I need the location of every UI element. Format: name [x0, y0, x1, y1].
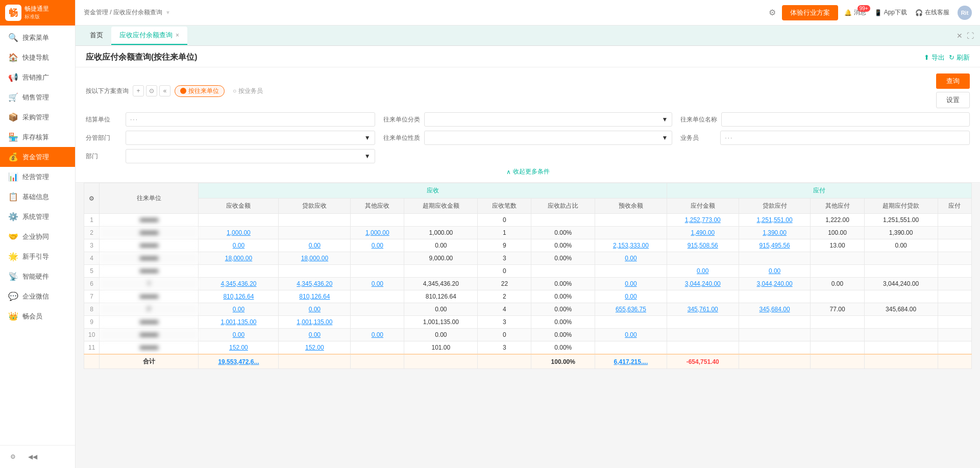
dropdown-icon: ▼ — [364, 134, 371, 141]
sidebar-item-basic-info[interactable]: 📋 基础信息 — [0, 187, 75, 207]
export-icon: ⬆ — [924, 54, 929, 61]
col-ar-other-header: 其他应收 — [351, 199, 404, 214]
search-menu-icon: 🔍 — [8, 33, 18, 42]
section-dept-input[interactable]: ▼ — [126, 149, 375, 163]
table-row: 3■■■■■0.000.000.000.0090.00%2,153,333.00… — [84, 239, 972, 252]
filter-by-customer-button[interactable]: 按往来单位 — [175, 85, 225, 97]
filter-fields: 结算单位 ··· 往来单位分类 ▼ 往来单位名称 — [86, 112, 970, 163]
col-ap-extra-header: 应付 — [938, 199, 971, 214]
solution-button[interactable]: 体验行业方案 — [782, 5, 838, 20]
sidebar-item-sales[interactable]: 🛒 销售管理 — [0, 87, 75, 107]
filter-by-employee-button[interactable]: ○ 按业务员 — [229, 86, 267, 96]
settings-button[interactable]: 设置 — [936, 92, 970, 108]
sidebar-item-search-menu[interactable]: 🔍 搜索菜单 — [0, 28, 75, 47]
sidebar-item-corp-collab[interactable]: 🤝 企业协同 — [0, 227, 75, 247]
col-ap-amount-header: 应付金额 — [667, 199, 739, 214]
refresh-button[interactable]: ↻ 刷新 — [949, 53, 970, 62]
customer-type-input[interactable]: ▼ — [424, 112, 673, 127]
newbie-icon: 🌟 — [8, 252, 18, 261]
footer-ar-prepay[interactable]: 6,417,215.... — [595, 354, 667, 369]
app-download-button[interactable]: 📱 App下载 — [874, 8, 907, 17]
sidebar-item-operations[interactable]: 📊 经营管理 — [0, 167, 75, 187]
online-service-button[interactable]: 🎧 在线客服 — [915, 8, 949, 17]
col-customer-header: 往来单位 — [100, 183, 199, 214]
filter-arrow-button[interactable]: « — [159, 85, 170, 96]
tab-close-icon[interactable]: × — [176, 32, 179, 39]
col-ar-amount-header: 应收金额 — [199, 199, 279, 214]
sidebar-item-inventory[interactable]: 🏪 库存核算 — [0, 127, 75, 147]
window-close-icon[interactable]: ✕ — [957, 32, 963, 40]
filter-area: 按以下方案查询 + ⊙ « 按往来单位 ○ 按业务员 查询 设置 — [76, 67, 980, 183]
tab-ar-query[interactable]: 应收应付余额查询 × — [111, 27, 187, 45]
sidebar-item-system[interactable]: ⚙️ 系统管理 — [0, 207, 75, 227]
table-row: 9■■■■■1,001,135.001,001,135.001,001,135.… — [84, 316, 972, 329]
sidebar-collapse-button[interactable]: ◀◀ — [24, 451, 41, 462]
col-ar-count-header: 应收笔数 — [478, 199, 531, 214]
table-settings-icon[interactable]: ⚙ — [89, 195, 94, 202]
dropdown-icon: ▼ — [662, 134, 668, 141]
sidebar-item-finance[interactable]: 💰 资金管理 — [0, 147, 75, 167]
refresh-label: 刷新 — [957, 53, 970, 62]
export-button[interactable]: ⬆ 导出 — [924, 53, 945, 62]
filter-label: 按以下方案查询 — [86, 87, 129, 95]
avatar[interactable]: Rit — [958, 6, 972, 20]
sidebar-item-label: 基础信息 — [22, 192, 49, 202]
col-settings[interactable]: ⚙ — [84, 183, 100, 214]
filter-collapse-button[interactable]: ∧ 收起更多条件 — [86, 167, 970, 176]
by-employee-label: 按业务员 — [238, 87, 263, 95]
sales-icon: 🛒 — [8, 92, 18, 102]
sidebar-item-member[interactable]: 👑 畅会员 — [0, 306, 75, 326]
logo-edition: 标准版 — [24, 13, 49, 20]
smart-hw-icon: 📡 — [8, 272, 18, 281]
footer-ap-total: -654,751.40 — [667, 354, 739, 369]
topbar: 资金管理 / 应收应付余额查询 ▼ ⚙ 体验行业方案 🔔 消息 99+ 📱 Ap… — [76, 0, 980, 26]
sidebar-item-quick-nav[interactable]: 🏠 快捷导航 — [0, 47, 75, 67]
query-button[interactable]: 查询 — [936, 73, 970, 89]
logo-name: 畅捷通里 — [24, 5, 49, 13]
filter-row1: 按以下方案查询 + ⊙ « 按往来单位 ○ 按业务员 查询 设置 — [86, 73, 970, 108]
main-area: 资金管理 / 应收应付余额查询 ▼ ⚙ 体验行业方案 🔔 消息 99+ 📱 Ap… — [76, 0, 980, 468]
footer-ar-ratio: 100.00% — [531, 354, 595, 369]
input-dots: ··· — [130, 116, 138, 123]
messages-button[interactable]: 🔔 消息 99+ — [844, 8, 866, 17]
sidebar-item-marketing[interactable]: 📢 营销推广 — [0, 67, 75, 87]
sidebar: 畅 畅捷通里 标准版 🔍 搜索菜单 🏠 快捷导航 📢 营销推广 🛒 销售管理 📦… — [0, 0, 76, 468]
sidebar-settings-button[interactable]: ⚙ — [6, 451, 20, 462]
sidebar-item-smart-hw[interactable]: 📡 智能硬件 — [0, 266, 75, 286]
filter-add-button[interactable]: + — [133, 85, 144, 96]
sidebar-item-label: 企业微信 — [22, 292, 49, 301]
online-service-label: 在线客服 — [925, 8, 949, 17]
sidebar-item-purchase[interactable]: 📦 采购管理 — [0, 107, 75, 127]
table-row: 10■■■■■0.000.000.000.0000.00%0.00 — [84, 329, 972, 341]
tab-home[interactable]: 首页 — [82, 27, 111, 45]
employee-input[interactable]: ··· — [720, 131, 970, 145]
window-expand-icon[interactable]: ⛶ — [967, 32, 974, 40]
table-row: 8P0.000.000.0040.00%655,636.75345,761.00… — [84, 303, 972, 316]
sidebar-item-label: 企业协同 — [22, 232, 49, 241]
collapse-label: 收起更多条件 — [513, 167, 550, 176]
page-title: 应收应付余额查询(按往来单位) — [86, 52, 198, 63]
col-ap-other-header: 其他应付 — [811, 199, 864, 214]
customer-nature-input[interactable]: ▼ — [424, 131, 673, 145]
inventory-icon: 🏪 — [8, 132, 18, 142]
dept-input[interactable]: ▼ — [126, 131, 375, 145]
sidebar-item-label: 智能硬件 — [22, 272, 49, 281]
sidebar-item-newbie[interactable]: 🌟 新手引导 — [0, 247, 75, 266]
sidebar-item-label: 库存核算 — [22, 133, 49, 142]
gear-icon[interactable]: ⚙ — [769, 8, 776, 17]
by-customer-label: 按往来单位 — [188, 87, 219, 95]
table-row: 4■■■■■18,000.0018,000.009,000.0030.00%0.… — [84, 252, 972, 265]
quick-nav-icon: 🏠 — [8, 53, 18, 62]
customer-name-input[interactable] — [721, 112, 970, 127]
sidebar-item-corp-wechat[interactable]: 💬 企业微信 — [0, 286, 75, 306]
dropdown-icon: ▼ — [662, 116, 668, 123]
field-label-employee: 业务员 — [680, 134, 716, 142]
settlement-input[interactable]: ··· — [126, 112, 375, 127]
filter-field-settlement: 结算单位 ··· — [86, 112, 375, 127]
sidebar-bottom: ⚙ ◀◀ — [0, 445, 75, 468]
filter-target-button[interactable]: ⊙ — [146, 85, 157, 96]
dropdown-icon: ▼ — [364, 153, 371, 160]
col-ar-loan-header: 贷款应收 — [279, 199, 351, 214]
footer-ar-total[interactable]: 19,553,472,6... — [199, 354, 279, 369]
filter-icons: + ⊙ « — [133, 85, 170, 96]
